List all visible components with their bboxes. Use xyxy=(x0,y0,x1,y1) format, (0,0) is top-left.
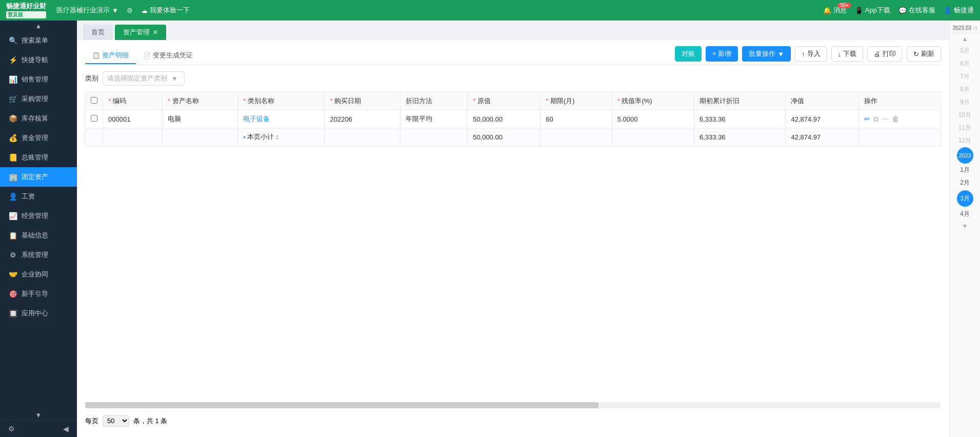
app-download-label: App下载 xyxy=(865,6,890,15)
subtotal-blank-5 xyxy=(400,128,468,146)
sidebar-item-inventory[interactable]: 📦 库存核算 xyxy=(0,109,77,128)
sidebar-item-payroll[interactable]: 👤 工资 xyxy=(0,187,77,206)
select-all-checkbox[interactable] xyxy=(91,97,97,104)
edit-icon[interactable]: ✏ xyxy=(864,115,870,123)
app-download-button[interactable]: 📱 App下载 xyxy=(855,6,890,15)
row-code: 000001 xyxy=(103,110,163,128)
row-checkbox[interactable] xyxy=(91,115,97,122)
sidebar-item-mgmt[interactable]: 📈 经营管理 xyxy=(0,206,77,226)
topbar-settings-button[interactable]: ⚙ xyxy=(123,3,137,17)
row-original-value: 50,000.00 xyxy=(468,110,541,128)
download-button[interactable]: ↓ 下载 xyxy=(831,46,864,62)
month-12[interactable]: 12月 xyxy=(950,134,980,147)
new-label: + 新增 xyxy=(712,49,731,58)
sidebar: ▲ 🔍 搜索菜单 ⚡ 快捷导航 📊 销售管理 🛒 采购管理 xyxy=(0,21,77,437)
page-content: 📋 资产明细 📄 变更生成凭证 对账 + 新增 xyxy=(77,40,949,437)
row-name: 电脑 xyxy=(163,110,238,128)
sidebar-item-apps[interactable]: 🔲 应用中心 xyxy=(0,304,77,323)
reconcile-button[interactable]: 对账 xyxy=(675,46,702,62)
sidebar-item-guide[interactable]: 🎯 新手引导 xyxy=(0,284,77,304)
subtab-change-voucher-label: 变更生成凭证 xyxy=(153,51,193,60)
online-service-button[interactable]: 💬 在线客服 xyxy=(898,6,935,15)
batch-button[interactable]: 批量操作 ▼ xyxy=(742,46,791,62)
row-net-value: 42,874.97 xyxy=(786,110,858,128)
th-original-value: * 原值 xyxy=(468,92,541,110)
sidebar-item-purchase[interactable]: 🛒 采购管理 xyxy=(0,89,77,109)
online-service-label: 在线客服 xyxy=(909,6,935,15)
mgmt-icon: 📈 xyxy=(8,212,17,220)
filter-category-label: 类别 xyxy=(85,74,98,83)
sidebar-scroll-down[interactable]: ▼ xyxy=(0,410,77,420)
month-10[interactable]: 10月 xyxy=(950,109,980,122)
sidebar-item-funds[interactable]: 💰 资金管理 xyxy=(0,128,77,148)
row-category: 电子设备 xyxy=(238,110,325,128)
subtotal-blank-1 xyxy=(86,128,103,146)
month-5[interactable]: 5月 xyxy=(950,45,980,57)
sidebar-item-fixed[interactable]: 🏢 固定资产 xyxy=(0,167,77,187)
sidebar-item-search[interactable]: 🔍 搜索菜单 xyxy=(0,31,77,50)
import-button[interactable]: ↑ 导入 xyxy=(795,46,827,62)
row-action: ✏ ⧉ ⋯ 🗑 xyxy=(858,110,941,128)
sidebar-label-mgmt: 经营管理 xyxy=(22,211,48,221)
sidebar-label-search: 搜索菜单 xyxy=(22,36,48,45)
messages-button[interactable]: 🔔 消息 99+ xyxy=(823,6,847,15)
month-8[interactable]: 8月 xyxy=(950,83,980,96)
content-area: 首页 资产管理 ✕ 📋 资产明细 📄 变更生成凭证 xyxy=(77,21,949,437)
refresh-button[interactable]: ↻ 刷新 xyxy=(907,46,941,62)
sidebar-item-ledger[interactable]: 📒 总账管理 xyxy=(0,148,77,167)
panel-down-arrow[interactable]: ▼ xyxy=(960,221,970,232)
tab-home[interactable]: 首页 xyxy=(83,25,113,40)
download-icon: ↓ xyxy=(838,50,842,58)
month-6[interactable]: 6月 xyxy=(950,57,980,70)
sidebar-scroll-up[interactable]: ▲ xyxy=(0,21,77,31)
panel-up-arrow[interactable]: ▲ xyxy=(960,33,970,45)
filter-category-select[interactable]: 请选择固定资产类别 ▼ xyxy=(103,71,185,86)
sidebar-item-system[interactable]: ⚙ 系统管理 xyxy=(0,245,77,265)
th-purchase-date: * 购买日期 xyxy=(325,92,400,110)
service-icon: 💬 xyxy=(898,7,907,14)
company-selector[interactable]: 医疗器械行业演示 ▼ xyxy=(56,6,118,15)
topbar-right: 🔔 消息 99+ 📱 App下载 💬 在线客服 👤 畅捷通 xyxy=(823,6,974,15)
sidebar-collapse-button[interactable]: ◀ xyxy=(63,425,69,433)
sidebar-label-funds: 资金管理 xyxy=(22,133,48,143)
pagination: 每页 10 20 50 100 条，共 1 条 xyxy=(85,410,941,431)
table-row: 000001 电脑 电子设备 202206 年限平均 50,000.00 60 … xyxy=(86,110,941,128)
month-9[interactable]: 9月 xyxy=(950,96,980,109)
subtabs: 📋 资产明细 📄 变更生成凭证 对账 + 新增 xyxy=(85,46,941,65)
new-button[interactable]: + 新增 xyxy=(706,46,738,62)
right-panel-header: 2023.03 ◁ xyxy=(950,23,980,33)
month-2[interactable]: 2月 xyxy=(950,176,980,189)
user-button[interactable]: 👤 畅捷通 xyxy=(944,6,974,15)
subtab-asset-detail[interactable]: 📋 资产明细 xyxy=(85,48,136,64)
panel-collapse-icon[interactable]: ◁ xyxy=(973,25,977,31)
month-7[interactable]: 7月 xyxy=(950,70,980,83)
month-3[interactable]: 3月 xyxy=(957,190,973,207)
bell-icon: 🔔 xyxy=(823,7,831,14)
right-panel: 2023.03 ◁ ▲ 5月 6月 7月 8月 9月 10月 11月 12月 2… xyxy=(949,21,980,437)
tab-asset-mgmt[interactable]: 资产管理 ✕ xyxy=(115,25,166,40)
refresh-icon: ↻ xyxy=(913,50,919,58)
month-1[interactable]: 1月 xyxy=(950,164,980,176)
more-icon[interactable]: ⋯ xyxy=(882,115,889,123)
import-label: 导入 xyxy=(807,49,821,58)
print-button[interactable]: 🖨 打印 xyxy=(867,46,903,62)
month-4[interactable]: 4月 xyxy=(950,208,980,221)
sidebar-item-quicknav[interactable]: ⚡ 快捷导航 xyxy=(0,50,77,70)
experience-button[interactable]: ☁ 我要体验一下 xyxy=(141,6,190,15)
month-11[interactable]: 11月 xyxy=(950,122,980,134)
copy-icon[interactable]: ⧉ xyxy=(873,115,878,124)
quicknav-icon: ⚡ xyxy=(8,56,17,64)
sidebar-item-basic[interactable]: 📋 基础信息 xyxy=(0,226,77,245)
subtab-change-voucher[interactable]: 📄 变更生成凭证 xyxy=(136,48,200,64)
search-icon: 🔍 xyxy=(8,36,17,45)
current-year-label[interactable]: 2023 xyxy=(957,147,973,164)
sidebar-item-cooperation[interactable]: 🤝 企业协同 xyxy=(0,265,77,284)
subtotal-accumulated: 6,333.36 xyxy=(694,128,785,146)
tab-close-icon[interactable]: ✕ xyxy=(153,29,158,36)
tabbar: 首页 资产管理 ✕ xyxy=(77,21,949,40)
per-page-select[interactable]: 10 20 50 100 xyxy=(103,415,129,427)
subtotal-blank-6 xyxy=(541,128,612,146)
sidebar-item-sales[interactable]: 📊 销售管理 xyxy=(0,70,77,89)
delete-icon[interactable]: 🗑 xyxy=(892,115,899,123)
sidebar-settings-icon[interactable]: ⚙ xyxy=(8,425,15,433)
